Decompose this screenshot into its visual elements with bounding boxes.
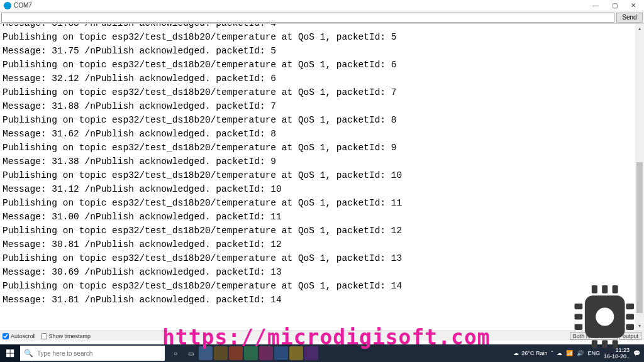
- serial-line: Publishing on topic esp32/test_ds18b20/t…: [3, 251, 641, 265]
- svg-rect-16: [6, 353, 10, 357]
- serial-line: Publishing on topic esp32/test_ds18b20/t…: [3, 224, 641, 238]
- serial-line: Publishing on topic esp32/test_ds18b20/t…: [3, 30, 641, 44]
- serial-line: Message: 31.81 /nPublish acknowledged. p…: [3, 293, 641, 307]
- serial-line: Publishing on topic esp32/test_ds18b20/t…: [3, 58, 641, 72]
- serial-line: Message: 31.62 /nPublish acknowledged. p…: [3, 127, 641, 141]
- svg-rect-4: [602, 340, 608, 348]
- serial-line: Message: 32.12 /nPublish acknowledged. p…: [3, 72, 641, 85]
- search-placeholder: Type here to search: [37, 350, 92, 357]
- svg-rect-11: [626, 324, 634, 330]
- taskbar-search[interactable]: 🔍 Type here to search: [20, 346, 165, 361]
- svg-rect-9: [626, 304, 634, 309]
- svg-rect-2: [613, 285, 618, 293]
- serial-line: Publishing on topic esp32/test_ds18b20/t…: [3, 85, 641, 99]
- watermark-url: https://microdigisoft.com: [162, 325, 491, 349]
- tray-chevron-icon[interactable]: ˆ: [551, 350, 553, 356]
- serial-line: Publishing on topic esp32/test_ds18b20/t…: [3, 196, 641, 210]
- taskbar-tray: ☁ 26°C Rain ˆ ☁ 📶 🔊 ENG 11:23 16-10-20..…: [513, 347, 644, 359]
- scroll-up-icon[interactable]: ▴: [635, 24, 644, 33]
- wifi-icon[interactable]: 📶: [566, 350, 573, 356]
- serial-input[interactable]: [1, 13, 614, 23]
- serial-line: Publishing on topic esp32/test_ds18b20/t…: [3, 113, 641, 127]
- serial-line: Publishing on topic esp32/test_ds18b20/t…: [3, 141, 641, 155]
- svg-rect-10: [626, 314, 634, 319]
- timestamp-label: Show timestamp: [49, 333, 91, 339]
- serial-line: Message: 31.88 /nPublish acknowledged. p…: [3, 24, 641, 30]
- svg-point-13: [596, 307, 614, 326]
- svg-rect-17: [10, 353, 14, 357]
- app-icon: [4, 2, 11, 9]
- cloud-icon[interactable]: ☁: [557, 350, 562, 356]
- chip-logo-icon: [569, 285, 638, 348]
- weather-icon: ☁: [513, 350, 519, 356]
- serial-monitor-output[interactable]: Message: 31.88 /nPublish acknowledged. p…: [0, 24, 644, 331]
- serial-line: Message: 31.38 /nPublish acknowledged. p…: [3, 155, 641, 168]
- language-indicator[interactable]: ENG: [587, 350, 600, 356]
- svg-rect-1: [602, 285, 608, 293]
- taskbar-clock[interactable]: 11:23 16-10-20..: [604, 347, 630, 359]
- serial-line: Message: 30.69 /nPublish acknowledged. p…: [3, 265, 641, 279]
- serial-line: Message: 31.88 /nPublish acknowledged. p…: [3, 99, 641, 113]
- serial-input-row: Send: [0, 11, 644, 24]
- svg-rect-8: [575, 324, 583, 330]
- volume-icon[interactable]: 🔊: [577, 350, 584, 356]
- svg-rect-5: [613, 340, 618, 348]
- search-icon: 🔍: [24, 349, 33, 358]
- window-title: COM7: [14, 2, 586, 9]
- serial-line: Publishing on topic esp32/test_ds18b20/t…: [3, 168, 641, 182]
- serial-line: Message: 31.00 /nPublish acknowledged. p…: [3, 210, 641, 224]
- minimize-button[interactable]: —: [586, 0, 605, 11]
- clock-date: 16-10-20..: [604, 353, 630, 359]
- send-button[interactable]: Send: [616, 13, 643, 23]
- svg-rect-6: [575, 304, 583, 309]
- weather-widget[interactable]: ☁ 26°C Rain: [513, 350, 547, 356]
- start-button[interactable]: [0, 344, 20, 362]
- maximize-button[interactable]: ▢: [605, 0, 624, 11]
- autoscroll-input[interactable]: [3, 333, 9, 339]
- svg-rect-0: [592, 285, 597, 293]
- serial-line: Publishing on topic esp32/test_ds18b20/t…: [3, 279, 641, 293]
- autoscroll-checkbox[interactable]: Autoscroll: [3, 333, 36, 339]
- svg-rect-14: [6, 349, 10, 353]
- serial-line: Message: 31.12 /nPublish acknowledged. p…: [3, 182, 641, 196]
- timestamp-checkbox[interactable]: Show timestamp: [41, 333, 91, 339]
- vertical-scrollbar[interactable]: ▴ ▾: [635, 24, 644, 330]
- serial-line: Message: 31.75 /nPublish acknowledged. p…: [3, 44, 641, 58]
- svg-rect-7: [575, 314, 583, 319]
- serial-line: Message: 30.81 /nPublish acknowledged. p…: [3, 238, 641, 251]
- svg-rect-3: [592, 340, 597, 348]
- svg-rect-15: [10, 349, 14, 353]
- notifications-icon[interactable]: 💬: [633, 350, 640, 356]
- timestamp-input[interactable]: [41, 333, 47, 339]
- weather-text: 26°C Rain: [521, 350, 547, 356]
- autoscroll-label: Autoscroll: [11, 333, 36, 339]
- close-button[interactable]: ✕: [624, 0, 643, 11]
- windows-icon: [6, 349, 14, 358]
- window-titlebar: COM7 — ▢ ✕: [0, 0, 644, 11]
